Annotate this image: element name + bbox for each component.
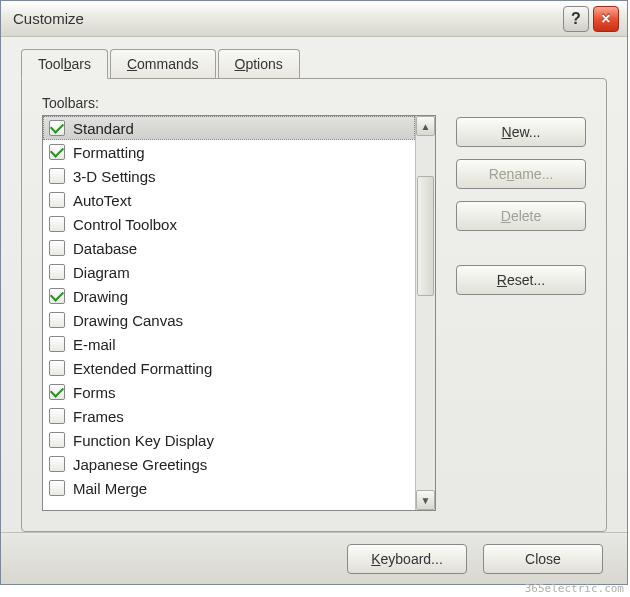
list-item[interactable]: Standard (43, 116, 415, 140)
list-item-label: Function Key Display (73, 432, 214, 449)
watermark: 365electric.com (525, 582, 624, 595)
content-area: ToolbarsCommandsOptions Toolbars: Standa… (1, 37, 627, 532)
toolbars-listbox[interactable]: StandardFormatting3-D SettingsAutoTextCo… (42, 115, 436, 511)
new-button[interactable]: New... (456, 117, 586, 147)
list-item[interactable]: Frames (43, 404, 415, 428)
help-button[interactable]: ? (563, 6, 589, 32)
list-item-label: Extended Formatting (73, 360, 212, 377)
scrollbar: ▲ ▼ (415, 116, 435, 510)
list-item[interactable]: AutoText (43, 188, 415, 212)
list-item[interactable]: Control Toolbox (43, 212, 415, 236)
list-item-label: Mail Merge (73, 480, 147, 497)
scroll-down-button[interactable]: ▼ (416, 490, 435, 510)
list-item-label: 3-D Settings (73, 168, 156, 185)
list-item-label: AutoText (73, 192, 131, 209)
footer: Keyboard... Close (1, 532, 627, 584)
list-item[interactable]: Drawing (43, 284, 415, 308)
toolbars-label: Toolbars: (42, 95, 436, 111)
checkbox[interactable] (49, 360, 65, 376)
list-item-label: E-mail (73, 336, 116, 353)
right-column: New... Rename... Delete Reset... (456, 95, 586, 511)
list-item[interactable]: Mail Merge (43, 476, 415, 500)
list-item-label: Forms (73, 384, 116, 401)
close-button[interactable]: Close (483, 544, 603, 574)
titlebar: Customize ? × (1, 1, 627, 37)
title-controls: ? × (563, 6, 619, 32)
tab-strip: ToolbarsCommandsOptions (21, 49, 607, 78)
customize-dialog: Customize ? × ToolbarsCommandsOptions To… (0, 0, 628, 585)
rename-button[interactable]: Rename... (456, 159, 586, 189)
scroll-up-button[interactable]: ▲ (416, 116, 435, 136)
close-icon: × (601, 10, 610, 28)
list-item-label: Diagram (73, 264, 130, 281)
window-title: Customize (13, 10, 84, 27)
listbox-inner: StandardFormatting3-D SettingsAutoTextCo… (43, 116, 415, 510)
list-item[interactable]: 3-D Settings (43, 164, 415, 188)
scroll-thumb[interactable] (417, 176, 434, 296)
checkbox[interactable] (49, 336, 65, 352)
checkbox[interactable] (49, 168, 65, 184)
tab-options[interactable]: Options (218, 49, 300, 78)
list-item[interactable]: Database (43, 236, 415, 260)
list-item-label: Formatting (73, 144, 145, 161)
list-item[interactable]: Japanese Greetings (43, 452, 415, 476)
scroll-track[interactable] (416, 136, 435, 490)
list-item[interactable]: Diagram (43, 260, 415, 284)
tab-panel-toolbars: Toolbars: StandardFormatting3-D Settings… (21, 78, 607, 532)
list-item[interactable]: Drawing Canvas (43, 308, 415, 332)
list-item-label: Frames (73, 408, 124, 425)
checkbox[interactable] (49, 240, 65, 256)
checkbox[interactable] (49, 480, 65, 496)
checkbox[interactable] (49, 312, 65, 328)
close-window-button[interactable]: × (593, 6, 619, 32)
checkbox[interactable] (49, 264, 65, 280)
delete-button[interactable]: Delete (456, 201, 586, 231)
list-item-label: Standard (73, 120, 134, 137)
list-item[interactable]: Extended Formatting (43, 356, 415, 380)
left-column: Toolbars: StandardFormatting3-D Settings… (42, 95, 436, 511)
keyboard-button[interactable]: Keyboard... (347, 544, 467, 574)
checkbox[interactable] (49, 192, 65, 208)
list-item[interactable]: Formatting (43, 140, 415, 164)
list-item-label: Database (73, 240, 137, 257)
tab-commands[interactable]: Commands (110, 49, 216, 78)
list-item-label: Drawing Canvas (73, 312, 183, 329)
list-item[interactable]: Function Key Display (43, 428, 415, 452)
list-item[interactable]: E-mail (43, 332, 415, 356)
list-item-label: Drawing (73, 288, 128, 305)
checkbox[interactable] (49, 432, 65, 448)
checkbox[interactable] (49, 120, 65, 136)
checkbox[interactable] (49, 216, 65, 232)
checkbox[interactable] (49, 144, 65, 160)
checkbox[interactable] (49, 456, 65, 472)
tab-toolbars[interactable]: Toolbars (21, 49, 108, 79)
checkbox[interactable] (49, 288, 65, 304)
checkbox[interactable] (49, 408, 65, 424)
reset-button[interactable]: Reset... (456, 265, 586, 295)
list-item-label: Control Toolbox (73, 216, 177, 233)
list-item-label: Japanese Greetings (73, 456, 207, 473)
checkbox[interactable] (49, 384, 65, 400)
list-item[interactable]: Forms (43, 380, 415, 404)
